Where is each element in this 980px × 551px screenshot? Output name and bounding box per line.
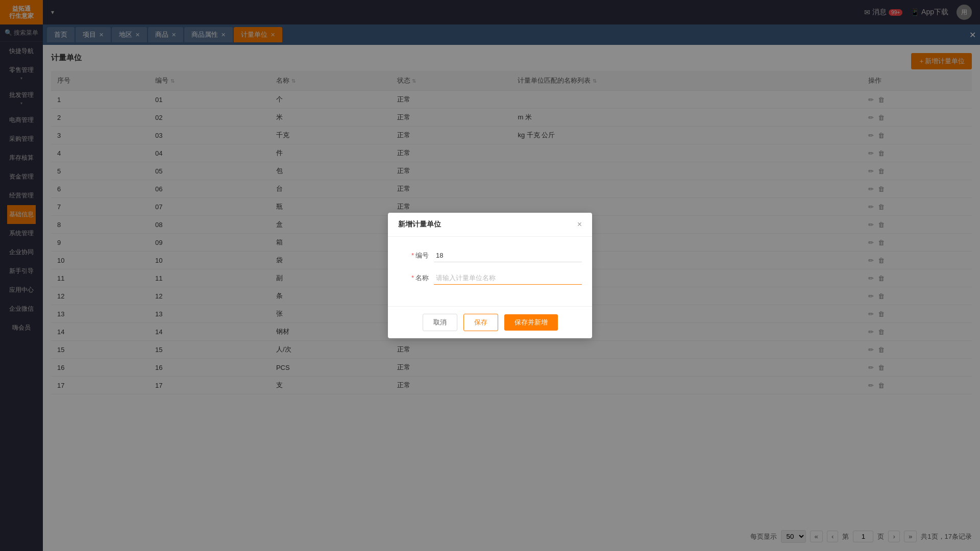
add-unit-dialog: 新增计量单位 × *编号 *名称 取消 保存 保存并新增 [388,213,592,338]
dialog-footer: 取消 保存 保存并新增 [388,306,592,338]
name-label: *名称 [398,273,434,283]
code-input[interactable] [434,249,582,262]
save-and-new-button[interactable]: 保存并新增 [504,314,558,331]
name-required: * [411,274,414,282]
dialog-header: 新增计量单位 × [388,213,592,237]
code-required: * [411,252,414,259]
code-label: *编号 [398,251,434,260]
dialog-title: 新增计量单位 [398,220,441,229]
dialog-overlay[interactable]: 新增计量单位 × *编号 *名称 取消 保存 保存并新增 [0,0,980,551]
dialog-close-button[interactable]: × [577,220,582,229]
name-form-row: *名称 [398,271,582,285]
name-input[interactable] [434,271,582,285]
save-button[interactable]: 保存 [463,314,498,331]
code-form-row: *编号 [398,249,582,262]
cancel-button[interactable]: 取消 [423,314,457,331]
dialog-body: *编号 *名称 [388,237,592,306]
